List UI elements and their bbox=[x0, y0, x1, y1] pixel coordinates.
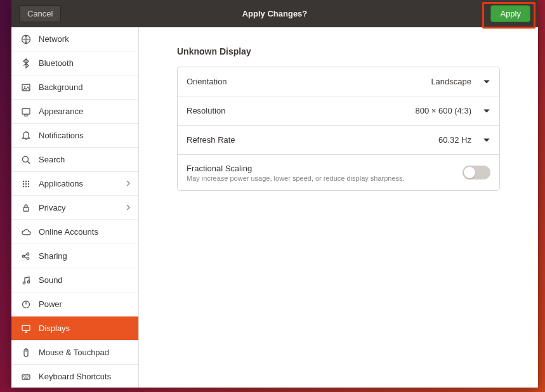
sidebar-item-displays[interactable]: Displays bbox=[11, 317, 138, 341]
sidebar-item-label: Network bbox=[39, 34, 131, 44]
orientation-value: Landscape bbox=[431, 77, 471, 86]
sidebar-item-label: Appearance bbox=[39, 107, 131, 116]
image-icon bbox=[20, 82, 32, 93]
sidebar-item-network[interactable]: Network bbox=[11, 27, 138, 51]
header-bar: Cancel Apply Changes? Apply bbox=[11, 0, 538, 27]
sidebar-item-appearance[interactable]: Appearance bbox=[11, 100, 138, 124]
paint-icon bbox=[20, 106, 32, 117]
power-icon bbox=[20, 299, 32, 310]
sidebar: NetworkBluetoothBackgroundAppearanceNoti… bbox=[11, 27, 139, 388]
svg-point-17 bbox=[27, 257, 29, 259]
svg-point-9 bbox=[25, 183, 27, 184]
sidebar-item-privacy[interactable]: Privacy bbox=[11, 196, 138, 220]
sidebar-item-mouse-touchpad[interactable]: Mouse & Touchpad bbox=[11, 341, 138, 365]
svg-point-8 bbox=[23, 183, 24, 184]
search-icon bbox=[20, 154, 32, 166]
orientation-row[interactable]: Orientation Landscape bbox=[178, 67, 499, 96]
display-icon bbox=[20, 323, 32, 334]
window-title: Apply Changes? bbox=[242, 9, 308, 18]
sidebar-item-bluetooth[interactable]: Bluetooth bbox=[11, 51, 138, 75]
chevron-right-icon bbox=[126, 203, 131, 212]
mouse-icon bbox=[20, 347, 32, 358]
sidebar-item-label: Applications bbox=[39, 179, 119, 188]
svg-point-16 bbox=[27, 252, 29, 255]
svg-point-5 bbox=[23, 180, 24, 181]
globe-icon bbox=[20, 34, 32, 45]
sidebar-item-sound[interactable]: Sound bbox=[11, 268, 138, 292]
apply-button[interactable]: Apply bbox=[490, 5, 530, 22]
svg-rect-14 bbox=[23, 207, 29, 211]
scaling-label: Fractional Scaling bbox=[187, 164, 456, 173]
sidebar-item-label: Displays bbox=[39, 323, 131, 333]
svg-point-12 bbox=[25, 185, 27, 186]
sidebar-item-label: Online Accounts bbox=[39, 227, 131, 237]
svg-rect-3 bbox=[22, 108, 30, 114]
music-icon bbox=[20, 275, 32, 286]
sidebar-item-sharing[interactable]: Sharing bbox=[11, 244, 138, 268]
svg-point-13 bbox=[28, 185, 29, 186]
scaling-hint: May increase power usage, lower speed, o… bbox=[187, 174, 456, 182]
settings-window: Cancel Apply Changes? Apply NetworkBluet… bbox=[11, 0, 538, 388]
sidebar-item-label: Background bbox=[39, 82, 131, 92]
sidebar-item-label: Bluetooth bbox=[39, 58, 131, 68]
svg-rect-21 bbox=[22, 325, 30, 330]
sidebar-item-label: Privacy bbox=[39, 203, 119, 212]
sidebar-item-label: Mouse & Touchpad bbox=[39, 348, 131, 357]
svg-point-18 bbox=[23, 282, 25, 284]
svg-point-10 bbox=[28, 183, 29, 184]
sidebar-item-notifications[interactable]: Notifications bbox=[11, 124, 138, 148]
keyboard-icon bbox=[20, 371, 32, 382]
display-section-title: Unknown Display bbox=[177, 46, 500, 56]
svg-rect-23 bbox=[22, 375, 30, 379]
chevron-right-icon bbox=[126, 179, 131, 188]
scaling-toggle[interactable] bbox=[463, 166, 490, 180]
sidebar-item-label: Search bbox=[39, 155, 131, 164]
svg-point-19 bbox=[27, 280, 30, 283]
share-icon bbox=[20, 251, 32, 262]
svg-point-7 bbox=[28, 180, 29, 181]
bluetooth-icon bbox=[20, 58, 32, 69]
orientation-label: Orientation bbox=[187, 77, 424, 86]
sidebar-item-background[interactable]: Background bbox=[11, 75, 138, 100]
sidebar-item-label: Sharing bbox=[39, 251, 131, 261]
cancel-button[interactable]: Cancel bbox=[19, 5, 61, 22]
main-panel: Unknown Display Orientation Landscape Re… bbox=[139, 27, 538, 388]
sidebar-item-label: Power bbox=[39, 299, 131, 309]
bell-icon bbox=[20, 130, 32, 141]
svg-point-6 bbox=[25, 180, 27, 181]
window-body: NetworkBluetoothBackgroundAppearanceNoti… bbox=[11, 27, 538, 388]
sidebar-item-online-accounts[interactable]: Online Accounts bbox=[11, 220, 138, 244]
sidebar-item-keyboard-shortcuts[interactable]: Keyboard Shortcuts bbox=[11, 365, 138, 388]
lock-icon bbox=[20, 202, 32, 214]
sidebar-item-power[interactable]: Power bbox=[11, 292, 138, 317]
refresh-label: Refresh Rate bbox=[187, 135, 432, 145]
sidebar-item-applications[interactable]: Applications bbox=[11, 172, 138, 196]
fractional-scaling-row: Fractional Scaling May increase power us… bbox=[178, 155, 499, 190]
resolution-label: Resolution bbox=[187, 106, 409, 115]
refresh-value: 60.32 Hz bbox=[438, 135, 471, 145]
display-settings-panel: Orientation Landscape Resolution 800 × 6… bbox=[177, 67, 500, 191]
sidebar-item-label: Sound bbox=[39, 275, 131, 285]
svg-point-2 bbox=[24, 86, 25, 88]
grid-icon bbox=[20, 178, 32, 190]
refresh-row[interactable]: Refresh Rate 60.32 Hz bbox=[178, 126, 499, 155]
sidebar-item-label: Keyboard Shortcuts bbox=[39, 372, 131, 381]
chevron-down-icon bbox=[483, 78, 490, 86]
chevron-down-icon bbox=[483, 136, 490, 144]
resolution-value: 800 × 600 (4:3) bbox=[415, 106, 471, 115]
chevron-down-icon bbox=[483, 107, 490, 115]
resolution-row[interactable]: Resolution 800 × 600 (4:3) bbox=[178, 96, 499, 126]
cloud-icon bbox=[20, 226, 32, 238]
sidebar-item-label: Notifications bbox=[39, 131, 131, 140]
svg-point-11 bbox=[23, 185, 24, 186]
svg-point-4 bbox=[23, 156, 29, 162]
sidebar-item-search[interactable]: Search bbox=[11, 148, 138, 172]
